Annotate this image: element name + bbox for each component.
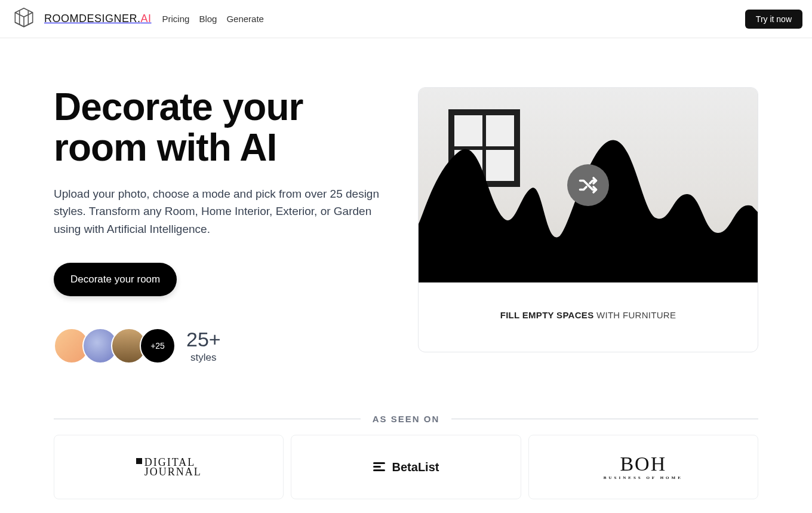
styles-label: styles <box>186 352 221 364</box>
nav-blog[interactable]: Blog <box>199 14 217 24</box>
divider-left <box>54 419 361 419</box>
hero-section: Decorate your room with AI Upload your p… <box>18 38 794 364</box>
header-left: ROOMDESIGNER.AI Pricing Blog Generate <box>10 5 264 33</box>
styles-row: +25 25+ styles <box>54 327 394 364</box>
logo-card-betalist[interactable]: BetaList <box>291 435 521 499</box>
boh-logo: BOH BUSINESS OF HOME <box>604 454 683 480</box>
as-seen-on-section: AS SEEN ON DIGITAL JOURNAL BetaList BOH … <box>18 414 794 499</box>
main-nav: Pricing Blog Generate <box>162 14 264 24</box>
seen-label: AS SEEN ON <box>373 414 440 424</box>
divider-right <box>451 419 758 419</box>
nav-pricing[interactable]: Pricing <box>162 14 190 24</box>
dj-line2: JOURNAL <box>144 467 202 477</box>
logo-card-digital-journal[interactable]: DIGITAL JOURNAL <box>54 435 284 499</box>
hero-title: Decorate your room with AI <box>54 87 394 168</box>
brand-accent: AI <box>141 13 152 24</box>
site-header: ROOMDESIGNER.AI Pricing Blog Generate Tr… <box>0 0 812 38</box>
brand-text: ROOMDESIGNER.AI <box>44 13 152 25</box>
shuffle-icon <box>577 174 599 196</box>
boh-sub: BUSINESS OF HOME <box>604 475 683 480</box>
preview-image <box>419 88 758 282</box>
hero-subtitle: Upload your photo, choose a mode and pic… <box>54 185 394 238</box>
digital-journal-logo: DIGITAL JOURNAL <box>136 457 202 477</box>
caption-bold: FILL EMPTY SPACES <box>500 310 594 320</box>
try-now-button[interactable]: Try it now <box>745 10 802 29</box>
styles-number: 25+ <box>186 327 221 352</box>
betalist-logo: BetaList <box>367 457 445 478</box>
seen-logo-grid: DIGITAL JOURNAL BetaList BOH BUSINESS OF… <box>54 435 758 499</box>
betalist-text: BetaList <box>392 460 439 474</box>
logo-icon <box>10 5 38 33</box>
decorate-button[interactable]: Decorate your room <box>54 263 177 296</box>
styles-text: 25+ styles <box>186 327 221 364</box>
boh-main: BOH <box>604 454 683 474</box>
hero-left: Decorate your room with AI Upload your p… <box>54 87 394 364</box>
logo-card-boh[interactable]: BOH BUSINESS OF HOME <box>528 435 758 499</box>
nav-generate[interactable]: Generate <box>226 14 264 24</box>
betalist-icon <box>373 462 385 472</box>
shuffle-button[interactable] <box>567 164 609 206</box>
style-count-badge: +25 <box>140 328 176 364</box>
style-avatars: +25 <box>54 328 176 364</box>
brand-primary: ROOMDESIGNER. <box>44 13 141 24</box>
seen-header: AS SEEN ON <box>54 414 758 424</box>
brand-link[interactable]: ROOMDESIGNER.AI <box>10 5 152 33</box>
preview-caption: FILL EMPTY SPACES WITH FURNITURE <box>419 282 758 320</box>
caption-rest: WITH FURNITURE <box>593 310 676 320</box>
hero-preview-card: FILL EMPTY SPACES WITH FURNITURE <box>418 87 758 352</box>
